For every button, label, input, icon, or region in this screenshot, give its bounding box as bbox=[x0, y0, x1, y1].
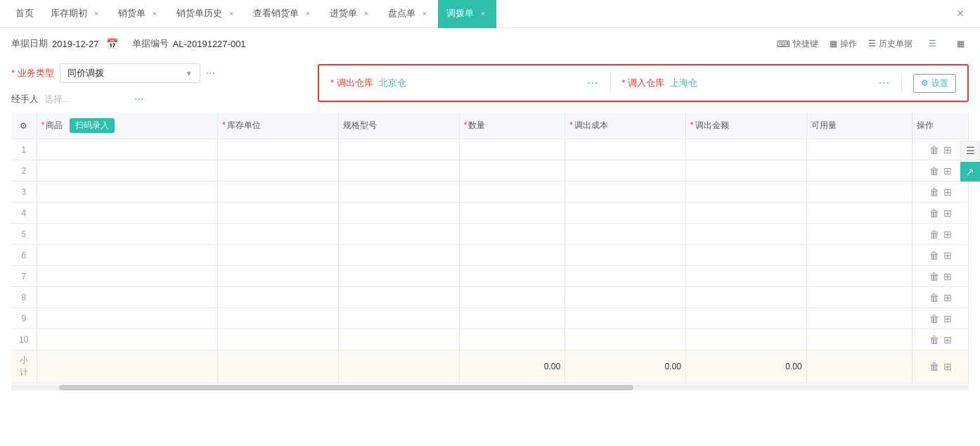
cell-spec[interactable] bbox=[338, 203, 459, 224]
cell-amount[interactable] bbox=[685, 287, 806, 308]
cell-amount[interactable] bbox=[685, 308, 806, 329]
cell-cost[interactable] bbox=[565, 181, 686, 203]
copy-row-icon[interactable]: ⊞ bbox=[943, 292, 952, 303]
tab-view-sales[interactable]: 查看销货单× bbox=[245, 0, 321, 28]
cell-unit[interactable] bbox=[218, 139, 339, 160]
copy-row-icon[interactable]: ⊞ bbox=[943, 208, 952, 219]
copy-row-icon[interactable]: ⊞ bbox=[943, 271, 952, 282]
manager-select[interactable]: 选择... bbox=[44, 93, 129, 106]
delete-row-icon[interactable]: 🗑 bbox=[929, 334, 939, 345]
tab-purchase-order[interactable]: 进货单× bbox=[321, 0, 380, 28]
cell-qty[interactable] bbox=[459, 160, 565, 181]
cell-goods[interactable] bbox=[37, 224, 218, 245]
cell-goods[interactable] bbox=[37, 139, 218, 160]
cell-goods[interactable] bbox=[37, 160, 218, 181]
copy-row-icon[interactable]: ⊞ bbox=[943, 361, 952, 372]
layout1-button[interactable]: ☰ bbox=[924, 35, 941, 52]
tab-home[interactable]: 首页 bbox=[7, 0, 42, 28]
cell-goods[interactable] bbox=[37, 329, 218, 350]
biz-type-more-icon[interactable]: ··· bbox=[206, 67, 215, 79]
cell-goods[interactable] bbox=[37, 203, 218, 224]
warehouse-in-value[interactable]: 上海仓 bbox=[670, 77, 697, 89]
cell-spec[interactable] bbox=[338, 224, 459, 245]
cell-unit[interactable] bbox=[218, 203, 339, 224]
cell-unit[interactable] bbox=[218, 308, 339, 329]
cell-spec[interactable] bbox=[338, 329, 459, 350]
cell-amount[interactable] bbox=[685, 181, 806, 203]
warehouse-out-value[interactable]: 北京仓 bbox=[379, 77, 406, 89]
copy-row-icon[interactable]: ⊞ bbox=[943, 186, 952, 198]
cell-unit[interactable] bbox=[218, 224, 339, 245]
cell-qty[interactable]: 0.00 bbox=[459, 350, 565, 383]
cell-spec[interactable] bbox=[338, 160, 459, 181]
cell-unit[interactable] bbox=[218, 245, 339, 266]
cell-cost[interactable] bbox=[565, 329, 686, 350]
cell-cost[interactable] bbox=[565, 160, 686, 181]
cell-goods[interactable] bbox=[37, 350, 218, 383]
cell-qty[interactable] bbox=[459, 203, 565, 224]
delete-row-icon[interactable]: 🗑 bbox=[929, 186, 939, 198]
warehouse-out-more-icon[interactable]: ··· bbox=[587, 77, 598, 89]
cell-spec[interactable] bbox=[338, 350, 459, 383]
scan-btn[interactable]: 扫码录入 bbox=[70, 118, 115, 133]
cell-qty[interactable] bbox=[459, 245, 565, 266]
delete-row-icon[interactable]: 🗑 bbox=[929, 271, 939, 282]
tab-sales-history[interactable]: 销货单历史× bbox=[168, 0, 245, 28]
manager-more-icon[interactable]: ··· bbox=[134, 93, 143, 106]
cell-goods[interactable] bbox=[37, 245, 218, 266]
calendar-icon[interactable]: 📅 bbox=[106, 38, 118, 49]
copy-row-icon[interactable]: ⊞ bbox=[943, 250, 952, 261]
delete-row-icon[interactable]: 🗑 bbox=[929, 208, 939, 219]
cell-amount[interactable] bbox=[685, 266, 806, 287]
tab-inventory-check[interactable]: 盘点单× bbox=[380, 0, 438, 28]
history-button[interactable]: ☰ 历史单据 bbox=[868, 38, 913, 50]
cell-cost[interactable] bbox=[565, 266, 686, 287]
cell-amount[interactable]: 0.00 bbox=[685, 350, 806, 383]
cell-goods[interactable] bbox=[37, 266, 218, 287]
cell-spec[interactable] bbox=[338, 287, 459, 308]
delete-row-icon[interactable]: 🗑 bbox=[929, 165, 939, 177]
cell-unit[interactable] bbox=[218, 350, 339, 383]
cell-spec[interactable] bbox=[338, 266, 459, 287]
cell-amount[interactable] bbox=[685, 139, 806, 160]
copy-row-icon[interactable]: ⊞ bbox=[943, 229, 952, 240]
cell-spec[interactable] bbox=[338, 139, 459, 160]
cell-amount[interactable] bbox=[685, 329, 806, 350]
cell-amount[interactable] bbox=[685, 203, 806, 224]
tab-sales-order[interactable]: 销货单× bbox=[110, 0, 168, 28]
cell-amount[interactable] bbox=[685, 160, 806, 181]
cell-qty[interactable] bbox=[459, 139, 565, 160]
scrollbar-thumb[interactable] bbox=[59, 385, 633, 390]
cell-spec[interactable] bbox=[338, 308, 459, 329]
cell-cost[interactable]: 0.00 bbox=[565, 350, 686, 383]
copy-row-icon[interactable]: ⊞ bbox=[943, 313, 952, 324]
shortcuts-button[interactable]: ⌨ 快捷键 bbox=[777, 38, 818, 50]
cell-unit[interactable] bbox=[218, 329, 339, 350]
delete-row-icon[interactable]: 🗑 bbox=[929, 144, 939, 155]
cell-qty[interactable] bbox=[459, 224, 565, 245]
tab-close-inventory-check[interactable]: × bbox=[420, 8, 430, 18]
tab-close-transfer-order[interactable]: × bbox=[478, 8, 488, 18]
cell-cost[interactable] bbox=[565, 287, 686, 308]
cell-unit[interactable] bbox=[218, 160, 339, 181]
cell-unit[interactable] bbox=[218, 287, 339, 308]
delete-row-icon[interactable]: 🗑 bbox=[929, 229, 939, 240]
tab-close-view-sales[interactable]: × bbox=[303, 8, 313, 18]
cell-unit[interactable] bbox=[218, 266, 339, 287]
delete-row-icon[interactable]: 🗑 bbox=[929, 361, 939, 372]
cell-goods[interactable] bbox=[37, 308, 218, 329]
cell-spec[interactable] bbox=[338, 245, 459, 266]
cell-amount[interactable] bbox=[685, 245, 806, 266]
tab-close-purchase-order[interactable]: × bbox=[361, 8, 371, 18]
copy-row-icon[interactable]: ⊞ bbox=[943, 334, 952, 345]
delete-row-icon[interactable]: 🗑 bbox=[929, 250, 939, 261]
cell-cost[interactable] bbox=[565, 308, 686, 329]
cell-qty[interactable] bbox=[459, 329, 565, 350]
delete-row-icon[interactable]: 🗑 bbox=[929, 313, 939, 324]
delete-row-icon[interactable]: 🗑 bbox=[929, 292, 939, 303]
cell-cost[interactable] bbox=[565, 224, 686, 245]
warehouse-in-more-icon[interactable]: ··· bbox=[879, 77, 890, 89]
layout2-button[interactable]: ▦ bbox=[952, 35, 969, 52]
biz-type-select[interactable]: 同价调拨 ▼ bbox=[60, 63, 200, 83]
float-list-button[interactable]: ☰ bbox=[960, 141, 980, 160]
